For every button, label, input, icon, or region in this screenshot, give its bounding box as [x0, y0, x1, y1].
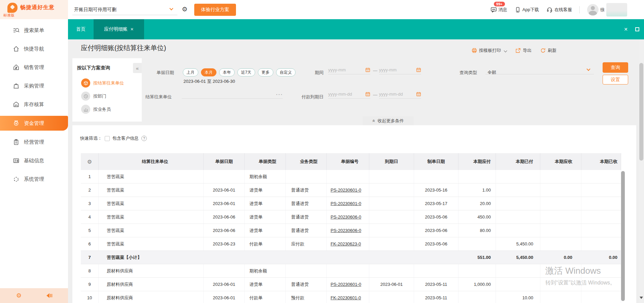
date-chip-本月[interactable]: 本月: [201, 68, 216, 76]
collapse-sidebar-icon[interactable]: [46, 293, 52, 298]
column-header[interactable]: 到期日: [369, 153, 414, 170]
tab-home[interactable]: 首页: [68, 19, 94, 39]
cell-num: 6: [81, 237, 99, 250]
column-header[interactable]: 本期应付: [459, 153, 496, 170]
table-row[interactable]: 2苦苦蔬菜2023-06-01进货单普通进货PS-20230601-02023-…: [81, 183, 621, 197]
cell-no[interactable]: PS-20230606-0: [327, 224, 369, 237]
table-row[interactable]: 6苦苦蔬菜2023-06-23付款单应付款FK-20230623-02023-0…: [81, 237, 621, 251]
tab-payable-ledger[interactable]: 应付明细账 ✕: [94, 19, 144, 39]
cell-no[interactable]: PS-20230601-0: [327, 278, 369, 291]
due-to-input[interactable]: yyyy-mm-dd: [379, 90, 421, 99]
sidebar-item-sales[interactable]: 销售管理: [0, 59, 68, 76]
scroll-down-arrow-icon[interactable]: [640, 297, 643, 299]
cell-biz: 应付款: [286, 237, 327, 250]
online-support-button[interactable]: 在线客服: [546, 6, 572, 13]
table-row[interactable]: 8原材料供应商期初余额: [81, 264, 621, 278]
brand-logo-icon: [7, 3, 18, 13]
date-chip-近7天[interactable]: 近7天: [237, 68, 255, 76]
tab-close-icon[interactable]: ✕: [130, 27, 134, 32]
cell-no[interactable]: PS-20230606-0: [327, 210, 369, 224]
column-header[interactable]: 本期已收: [581, 153, 621, 170]
cell-no[interactable]: FK-20230601-0: [327, 291, 369, 303]
column-header[interactable]: 单据日期: [204, 153, 245, 170]
sidebar-item-search-menu[interactable]: 搜索菜单: [0, 22, 68, 39]
table-row[interactable]: 4苦苦蔬菜2023-06-06进货单普通进货PS-20230606-02023-…: [81, 210, 621, 224]
period-from-input[interactable]: yyyy-mm: [328, 66, 370, 74]
date-chip-自定义[interactable]: 自定义: [276, 68, 296, 76]
cell-no[interactable]: FK-20230623-0: [327, 237, 369, 250]
date-chip-更多[interactable]: 更多: [258, 68, 273, 76]
search-button[interactable]: 查询: [603, 62, 628, 73]
trial-industry-button[interactable]: 体验行业方案: [194, 4, 236, 16]
sidebar-item-system[interactable]: 系统管理: [0, 171, 68, 188]
cell-no[interactable]: PS-20230601-0: [327, 183, 369, 197]
collapse-more-conditions[interactable]: « 收起更多条件: [363, 116, 414, 125]
column-header[interactable]: 结算往来单位: [99, 153, 204, 170]
cell-partner: 苦苦蔬菜: [99, 224, 204, 237]
date-chip-本年[interactable]: 本年: [219, 68, 235, 76]
sidebar-item-base-info[interactable]: 基础信息: [0, 152, 68, 169]
sidebar-item-quick-nav[interactable]: 快捷导航: [0, 40, 68, 57]
doc-number-link[interactable]: FK-20230623-0: [331, 241, 361, 246]
account-set-dropdown[interactable]: 开账日期可停用可删: [72, 4, 177, 15]
partner-input[interactable]: [182, 90, 283, 99]
calendar-icon[interactable]: [416, 92, 421, 97]
include-customer-checkbox[interactable]: [105, 136, 110, 141]
cell-payable: 450.00: [459, 210, 496, 224]
date-range-value[interactable]: 2023-06-01 至 2023-06-30: [183, 78, 235, 85]
doc-number-link[interactable]: FK-20230601-0: [331, 295, 361, 300]
column-settings-gear-icon[interactable]: ⚙: [81, 153, 99, 170]
table-row[interactable]: 9原材料供应商2023-06-01进货单普通进货PS-20230601-0202…: [81, 278, 621, 291]
table-row[interactable]: 5苦苦蔬菜2023-06-06进货单普通进货PS-20230606-02023-…: [81, 224, 621, 237]
sidebar-item-funds[interactable]: 资金管理: [0, 116, 68, 131]
messages-button[interactable]: 99+ 消息: [490, 6, 507, 13]
collapse-panel-button[interactable]: «: [133, 63, 142, 73]
close-all-tabs-icon[interactable]: ✕: [624, 27, 628, 32]
query-type-select[interactable]: [485, 66, 594, 74]
table-scrollbar[interactable]: [621, 171, 625, 301]
calendar-icon[interactable]: [416, 67, 421, 72]
due-from-input[interactable]: yyyy-mm-dd: [328, 90, 370, 99]
cell-paid: [496, 278, 540, 291]
column-header[interactable]: 单据类型: [245, 153, 286, 170]
user-menu[interactable]: 徐: [587, 3, 627, 16]
cell-biz: 普通进货: [286, 197, 327, 210]
doc-number-link[interactable]: PS-20230606-0: [331, 228, 361, 233]
calendar-icon[interactable]: [365, 92, 370, 97]
sidebar-item-inventory[interactable]: 库存核算: [0, 96, 68, 113]
calendar-icon[interactable]: [365, 67, 370, 72]
more-icon[interactable]: ···: [276, 92, 283, 97]
page-scrollbar-thumb[interactable]: [639, 63, 643, 161]
scheme-by-department[interactable]: 按部门: [72, 90, 142, 103]
column-header[interactable]: 本期应收: [540, 153, 581, 170]
table-row[interactable]: 3苦苦蔬菜2023-06-01进货单普通进货PS-20230601-02023-…: [81, 197, 621, 210]
settings-gear-icon[interactable]: ⚙: [182, 5, 188, 13]
doc-number-link[interactable]: PS-20230601-0: [331, 201, 361, 206]
column-header[interactable]: 业务类型: [286, 153, 327, 170]
sidebar-settings-gear-icon[interactable]: ⚙: [16, 292, 22, 299]
scheme-by-partner[interactable]: 按结算往来单位: [72, 76, 142, 90]
table-row[interactable]: 10原材料供应商2023-06-01付款单预付款FK-20230601-0202…: [81, 291, 621, 303]
doc-number-link[interactable]: PS-20230606-0: [331, 214, 361, 220]
cell-no[interactable]: PS-20230601-0: [327, 197, 369, 210]
print-by-template-button[interactable]: 按模板打印: [472, 47, 507, 54]
cell-no: [327, 264, 369, 277]
sidebar-item-purchase[interactable]: 采购管理: [0, 77, 68, 94]
column-header[interactable]: 制单日期: [414, 153, 459, 170]
fullscreen-icon[interactable]: [635, 27, 639, 31]
page-scrollbar[interactable]: [639, 39, 644, 303]
refresh-button[interactable]: 刷新: [540, 47, 556, 54]
table-row[interactable]: 7苦苦蔬菜【小计】551.005,450.000.000.00: [81, 251, 621, 264]
column-header[interactable]: 单据编号: [327, 153, 369, 170]
export-button[interactable]: 导出: [515, 47, 532, 54]
date-chip-上月[interactable]: 上月: [183, 68, 198, 76]
column-header[interactable]: 本期已付: [496, 153, 540, 170]
doc-number-link[interactable]: PS-20230601-0: [331, 188, 361, 193]
settings-button[interactable]: 设置: [603, 75, 628, 85]
sidebar-item-operations[interactable]: 经营管理: [0, 134, 68, 150]
table-row[interactable]: 1苦苦蔬菜期初余额: [81, 170, 621, 183]
app-download-button[interactable]: App下载: [515, 7, 539, 13]
period-to-input[interactable]: yyyy-mm: [379, 66, 421, 74]
scheme-by-salesperson[interactable]: 按业务员: [72, 103, 142, 116]
doc-number-link[interactable]: PS-20230601-0: [331, 282, 361, 287]
